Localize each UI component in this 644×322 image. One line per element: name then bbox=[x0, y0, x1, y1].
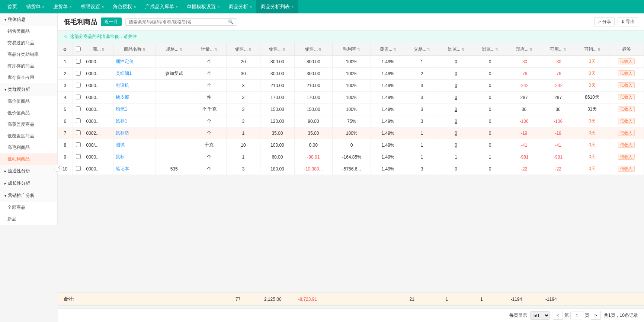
row-view1[interactable]: 0 bbox=[439, 56, 473, 68]
export-button[interactable]: ⬇ 导出 bbox=[618, 17, 638, 26]
row-checkbox[interactable] bbox=[73, 56, 84, 68]
col-saleable-days[interactable]: 可销...⇅ bbox=[575, 43, 609, 56]
close-purchase-icon[interactable]: × bbox=[69, 4, 71, 9]
nav-item-product-analysis[interactable]: 商品分析× bbox=[224, 0, 256, 13]
sidebar-group-marketing[interactable]: ▾ 营销推广分析 bbox=[0, 189, 57, 202]
next-page-button[interactable]: ＞ bbox=[591, 311, 601, 320]
sidebar-item-high-margin[interactable]: 高毛利商品 bbox=[0, 142, 57, 153]
col-settings[interactable]: ⚙ bbox=[58, 43, 73, 56]
row-checkbox[interactable] bbox=[73, 163, 84, 175]
sidebar-item-sales-products[interactable]: 销售类商品 bbox=[0, 26, 57, 37]
col-sales-qty[interactable]: 销售...⇅ bbox=[226, 43, 260, 56]
sidebar-item-low-coverage[interactable]: 低覆盖度商品 bbox=[0, 130, 57, 142]
row-name[interactable]: 电话机 bbox=[113, 80, 156, 92]
col-name[interactable]: 商品名称⇅ bbox=[113, 43, 156, 56]
close-sales-icon[interactable]: × bbox=[42, 4, 44, 9]
col-sales-amount[interactable]: 销售...⇅ bbox=[294, 43, 332, 56]
col-sales-price[interactable]: 销售...⇅ bbox=[260, 43, 295, 56]
row-sales-amount: 800.00 bbox=[294, 56, 332, 68]
horizontal-scrollbar[interactable] bbox=[58, 305, 644, 308]
row-checkbox[interactable] bbox=[73, 139, 84, 151]
col-current-stock[interactable]: 现有...⇅ bbox=[507, 43, 541, 56]
col-available-stock[interactable]: 可用...⇅ bbox=[541, 43, 575, 56]
row-name[interactable]: 笔记本 bbox=[113, 163, 156, 175]
row-name[interactable]: 橡皮擦 bbox=[113, 92, 156, 103]
row-name[interactable]: 鼠标 bbox=[113, 151, 156, 163]
nav-item-roles[interactable]: 角色授权× bbox=[108, 0, 140, 13]
nav-item-home[interactable]: 首页 bbox=[3, 0, 22, 13]
select-all-checkbox[interactable] bbox=[76, 47, 81, 51]
close-permissions-icon[interactable]: × bbox=[102, 4, 104, 9]
col-spec[interactable]: 规格...⇅ bbox=[156, 43, 192, 56]
row-view1[interactable]: 0 bbox=[439, 68, 473, 80]
sidebar-item-traded-products[interactable]: 交易过的商品 bbox=[0, 37, 57, 49]
sidebar-group-cluster[interactable]: ▾ 类群度分析 bbox=[0, 83, 57, 96]
col-checkbox[interactable] bbox=[73, 43, 84, 56]
sidebar-item-in-stock[interactable]: 有库存的商品 bbox=[0, 60, 57, 72]
nav-item-product-entry[interactable]: 产成品入库单× bbox=[141, 0, 182, 13]
sidebar-collapse-button[interactable]: 《 bbox=[54, 164, 62, 172]
row-view1[interactable]: 0 bbox=[439, 163, 473, 175]
sidebar-group-circulation[interactable]: ▸ 流通性分析 bbox=[0, 165, 57, 177]
row-checkbox[interactable] bbox=[73, 92, 84, 103]
col-gross-margin[interactable]: 毛利率⇅ bbox=[332, 43, 371, 56]
sidebar-item-category-rate[interactable]: 商品分类助销率 bbox=[0, 49, 57, 60]
row-name[interactable]: 鼠标垫 bbox=[113, 127, 156, 139]
col-coverage[interactable]: 覆盖...⇅ bbox=[371, 43, 405, 56]
sidebar-item-new-products[interactable]: 新品 bbox=[0, 213, 57, 225]
page-size-select[interactable]: 50 100 200 bbox=[530, 311, 550, 320]
period-button[interactable]: 近一月 bbox=[101, 17, 122, 26]
col-unit[interactable]: 计量...⇅ bbox=[192, 43, 227, 56]
nav-item-product-analysis-list[interactable]: 商品分析列表× bbox=[256, 0, 298, 13]
close-template-icon[interactable]: × bbox=[217, 4, 220, 9]
footer-current-stock: -1194 bbox=[499, 297, 534, 302]
close-product-entry-icon[interactable]: × bbox=[176, 4, 178, 9]
row-view1[interactable]: 0 bbox=[439, 115, 473, 127]
sidebar-group-growth[interactable]: ▸ 成长性分析 bbox=[0, 177, 57, 189]
row-checkbox[interactable] bbox=[73, 115, 84, 127]
nav-item-template[interactable]: 单据模板设置× bbox=[182, 0, 224, 13]
row-checkbox[interactable] bbox=[73, 151, 84, 163]
close-product-analysis-icon[interactable]: × bbox=[250, 4, 252, 9]
row-view1[interactable]: 0 bbox=[439, 127, 473, 139]
search-input[interactable] bbox=[129, 19, 228, 25]
row-checkbox[interactable] bbox=[73, 80, 84, 92]
nav-item-purchase[interactable]: 进货单× bbox=[49, 0, 76, 13]
sidebar-item-all-products[interactable]: 全部商品 bbox=[0, 202, 57, 213]
row-view1[interactable]: 0 bbox=[439, 103, 473, 115]
col-code[interactable]: 商...⇅ bbox=[84, 43, 113, 56]
nav-item-sales[interactable]: 销货单× bbox=[22, 0, 49, 13]
prev-page-button[interactable]: ＜ bbox=[553, 311, 563, 320]
row-view1[interactable]: 0 bbox=[439, 139, 473, 151]
row-available-stock: -242 bbox=[541, 80, 575, 92]
row-name[interactable]: 吴细细1 bbox=[113, 68, 156, 80]
row-checkbox[interactable] bbox=[73, 127, 84, 139]
search-box: 🔍 bbox=[125, 18, 237, 26]
close-analysis-list-icon[interactable]: × bbox=[291, 4, 294, 9]
row-name[interactable]: 鼠标1 bbox=[113, 115, 156, 127]
sidebar-item-capital[interactable]: 库存资金占用 bbox=[0, 72, 57, 83]
row-name[interactable]: 铅笔1 bbox=[113, 103, 156, 115]
row-view1[interactable]: 0 bbox=[439, 80, 473, 92]
row-view1[interactable]: 1 bbox=[439, 151, 473, 163]
sidebar-item-high-value[interactable]: 高价值商品 bbox=[0, 96, 57, 107]
row-name[interactable]: 测试 bbox=[113, 139, 156, 151]
row-name[interactable]: 属性定价 bbox=[113, 56, 156, 68]
col-view1[interactable]: 浏览...⇅ bbox=[439, 43, 473, 56]
page-input[interactable] bbox=[570, 312, 583, 319]
sidebar-group-overall[interactable]: ▾ 整体信息 bbox=[0, 13, 57, 26]
search-icon[interactable]: 🔍 bbox=[228, 19, 234, 25]
row-checkbox[interactable] bbox=[73, 68, 84, 80]
sidebar-item-low-value[interactable]: 低价值商品 bbox=[0, 107, 57, 119]
nav-item-permissions[interactable]: 权限设置× bbox=[76, 0, 108, 13]
row-view1[interactable]: 0 bbox=[439, 92, 473, 103]
col-view2[interactable]: 浏览...⇅ bbox=[473, 43, 507, 56]
row-current-stock: -242 bbox=[507, 80, 541, 92]
close-roles-icon[interactable]: × bbox=[134, 4, 136, 9]
row-checkbox[interactable] bbox=[73, 103, 84, 115]
share-button[interactable]: ↗ 分享 bbox=[594, 17, 615, 26]
row-code: 000/... bbox=[84, 139, 113, 151]
col-transaction[interactable]: 交易...⇅ bbox=[405, 43, 439, 56]
sidebar-item-low-margin[interactable]: 低毛利商品 bbox=[0, 153, 57, 165]
sidebar-item-high-coverage[interactable]: 高覆盖度商品 bbox=[0, 119, 57, 130]
